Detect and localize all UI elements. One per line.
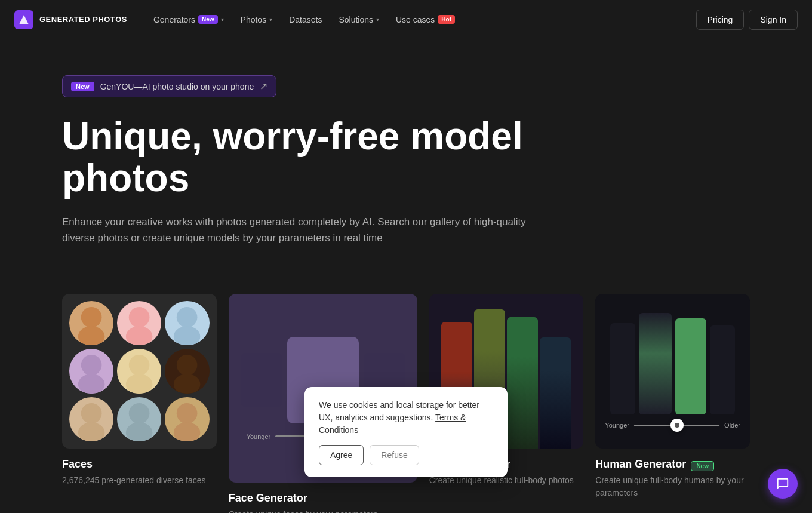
slider-label-younger-human: Younger	[605, 422, 629, 429]
body-figure-4	[540, 337, 571, 449]
svg-point-19	[174, 422, 201, 441]
svg-point-14	[81, 403, 102, 423]
svg-point-12	[177, 355, 198, 376]
card-human-generator-desc: Create unique full-body humans by your p…	[595, 474, 750, 499]
nav-generators[interactable]: Generators New ▾	[146, 10, 231, 29]
human-fig-right	[710, 325, 735, 415]
face-avatar	[165, 301, 209, 345]
svg-point-5	[126, 326, 153, 345]
card-human-generator-title: Human Generator	[595, 458, 686, 471]
hero-badge-label: New	[71, 82, 94, 91]
svg-point-16	[129, 403, 150, 423]
svg-point-7	[174, 326, 201, 345]
human-age-slider-track[interactable]	[634, 425, 719, 426]
chat-button[interactable]	[768, 469, 798, 499]
svg-point-8	[81, 355, 102, 376]
face-avatar	[69, 301, 113, 345]
svg-point-10	[129, 355, 150, 376]
nav-solutions[interactable]: Solutions ▾	[331, 10, 386, 29]
face-avatar	[117, 301, 161, 345]
face-avatar	[117, 349, 161, 393]
human-generator-new-badge: New	[691, 461, 714, 471]
slider-label-younger: Younger	[247, 433, 271, 440]
svg-point-18	[177, 403, 198, 423]
svg-point-3	[78, 326, 105, 345]
card-faces-title: Faces	[62, 458, 217, 471]
card-human-generator[interactable]: Younger Older Human Generator New Create…	[595, 294, 750, 513]
chevron-down-icon: ▾	[376, 16, 379, 23]
navbar-left: GENERATED PHOTOS Generators New ▾ Photos…	[14, 10, 462, 29]
navbar-right: Pricing Sign In	[696, 10, 798, 30]
nav-use-cases-label: Use cases	[396, 15, 435, 24]
cookie-text: We use cookies and local storage for bet…	[319, 399, 493, 437]
nav-datasets-label: Datasets	[289, 15, 322, 24]
nav-photos-label: Photos	[241, 15, 267, 24]
human-fig-center-dark	[639, 313, 672, 414]
svg-point-9	[78, 374, 105, 393]
chevron-down-icon: ▾	[269, 16, 272, 23]
svg-point-13	[174, 374, 201, 393]
hero-title: Unique, worry-free model photos	[62, 115, 599, 199]
cookie-refuse-button[interactable]: Refuse	[370, 445, 419, 465]
external-link-icon: ↗	[260, 81, 267, 92]
card-faces-desc: 2,676,245 pre-generated diverse faces	[62, 474, 217, 487]
svg-point-15	[78, 422, 105, 441]
hero-subtitle: Enhance your creative works with photos …	[62, 214, 528, 246]
nav-links: Generators New ▾ Photos ▾ Datasets Solut…	[146, 10, 462, 29]
svg-point-17	[126, 422, 153, 441]
svg-point-2	[81, 307, 102, 328]
face-avatar	[165, 397, 209, 441]
pricing-button[interactable]: Pricing	[696, 10, 745, 30]
cookie-agree-button[interactable]: Agree	[319, 445, 364, 465]
nav-use-cases[interactable]: Use cases Hot	[389, 10, 462, 29]
human-age-slider-thumb[interactable]	[670, 419, 684, 432]
chevron-down-icon: ▾	[221, 16, 224, 23]
face-avatar	[69, 349, 113, 393]
face-side-older	[241, 353, 282, 407]
svg-point-11	[126, 374, 153, 393]
cookie-banner: We use cookies and local storage for bet…	[304, 387, 508, 477]
card-human-generator-title-row: Human Generator New	[595, 458, 750, 474]
logo-text: GENERATED PHOTOS	[39, 15, 127, 24]
navbar: GENERATED PHOTOS Generators New ▾ Photos…	[0, 0, 812, 39]
face-avatar	[117, 397, 161, 441]
svg-point-4	[129, 307, 150, 328]
signin-button[interactable]: Sign In	[749, 10, 798, 30]
cookie-actions: Agree Refuse	[319, 445, 493, 465]
nav-generators-label: Generators	[153, 15, 195, 24]
face-avatar	[165, 349, 209, 393]
nav-generators-badge: New	[198, 15, 218, 24]
nav-datasets[interactable]: Datasets	[282, 10, 329, 29]
human-age-slider-row: Younger Older	[605, 422, 740, 429]
card-faces-image	[62, 294, 217, 449]
card-faces[interactable]: Faces 2,676,245 pre-generated diverse fa…	[62, 294, 217, 513]
hero-badge-text: GenYOU—AI photo studio on your phone	[100, 82, 254, 91]
slider-label-older-human: Older	[724, 422, 740, 429]
cookie-terms-link[interactable]: Terms & Conditions	[319, 413, 466, 435]
hero-badge[interactable]: New GenYOU—AI photo studio on your phone…	[62, 75, 276, 97]
nav-solutions-label: Solutions	[339, 15, 373, 24]
nav-use-cases-badge: Hot	[438, 15, 455, 24]
card-face-generator-title: Face Generator	[229, 492, 417, 505]
body-figure-3	[507, 317, 538, 449]
logo[interactable]: GENERATED PHOTOS	[14, 10, 127, 29]
card-human-generator-image: Younger Older	[595, 294, 750, 449]
nav-photos[interactable]: Photos ▾	[233, 10, 280, 29]
human-fig-left	[610, 323, 635, 414]
face-avatar	[69, 397, 113, 441]
logo-icon	[14, 10, 33, 29]
svg-point-6	[177, 307, 198, 328]
chat-icon	[776, 477, 789, 490]
hero-section: New GenYOU—AI photo studio on your phone…	[0, 39, 812, 270]
card-face-generator-desc: Create unique faces by your parameters	[229, 508, 417, 513]
human-fig-main	[675, 318, 706, 414]
